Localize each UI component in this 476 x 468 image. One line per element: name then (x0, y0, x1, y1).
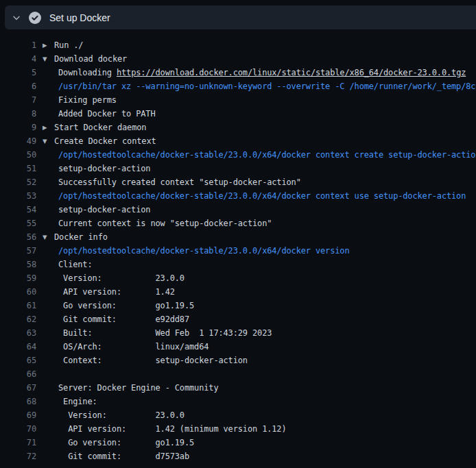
line-number[interactable]: 51 (0, 162, 36, 175)
log-gutter (36, 203, 58, 217)
log-text: Go version: go1.19.5 (58, 299, 194, 312)
triangle-right-icon[interactable]: ▶ (43, 38, 47, 52)
line-number[interactable]: 49 (0, 134, 36, 148)
line-number[interactable]: 8 (0, 107, 36, 121)
chevron-down-icon[interactable] (12, 13, 21, 23)
log-row: 66 (0, 367, 476, 381)
line-number[interactable]: 70 (0, 422, 36, 436)
line-number[interactable]: 53 (0, 189, 36, 203)
actions-log-panel: Set up Docker 1 ▶ Run ./ 4 ▼ Download do… (0, 0, 476, 468)
log-text: API version: 1.42 (minimum version 1.12) (58, 422, 287, 436)
line-number[interactable]: 6 (0, 79, 36, 93)
log-text: /opt/hostedtoolcache/docker-stable/23.0.… (58, 189, 466, 203)
log-text: Client: (58, 258, 93, 271)
line-number[interactable]: 68 (0, 395, 36, 408)
log-text: setup-docker-action (58, 203, 150, 217)
line-number[interactable]: 50 (0, 148, 36, 162)
log-gutter (36, 354, 58, 367)
line-number[interactable]: 9 (0, 121, 36, 134)
log-text: Built: Wed Feb 1 17:43:29 2023 (58, 326, 272, 340)
log-gutter (36, 162, 58, 175)
line-number[interactable]: 66 (0, 367, 36, 381)
log-gutter (36, 244, 58, 258)
log-gutter (36, 367, 58, 381)
log-url-link[interactable]: https://download.docker.com/linux/static… (117, 68, 466, 77)
log-row: 6 /usr/bin/tar xz --warning=no-unknown-k… (0, 79, 476, 93)
line-number[interactable]: 55 (0, 217, 36, 230)
log-gutter (36, 422, 58, 436)
log-text-prefix: Downloading (58, 68, 117, 77)
log-gutter: ▼ (36, 134, 58, 148)
log-row: 72 Git commit: d7573ab (0, 449, 476, 463)
log-text: Run ./ (54, 38, 83, 52)
log-row: 58 Client: (0, 258, 476, 271)
line-number[interactable]: 1 (0, 38, 36, 52)
log-gutter (36, 326, 58, 340)
triangle-down-icon[interactable]: ▼ (43, 230, 47, 244)
log-row: 50 /opt/hostedtoolcache/docker-stable/23… (0, 148, 476, 162)
log-group-row[interactable]: 1 ▶ Run ./ (0, 38, 476, 52)
log-gutter (36, 93, 58, 107)
log-row: 70 API version: 1.42 (minimum version 1.… (0, 422, 476, 436)
log-text: Successfully created context "setup-dock… (58, 175, 301, 189)
line-number[interactable]: 57 (0, 244, 36, 258)
line-number[interactable]: 62 (0, 312, 36, 326)
line-number[interactable]: 54 (0, 203, 36, 217)
log-gutter (36, 395, 58, 408)
log-text: Git commit: d7573ab (58, 449, 189, 463)
log-text: setup-docker-action (58, 162, 150, 175)
log-text: Added Docker to PATH (58, 107, 156, 121)
log-text: Download docker (54, 52, 127, 66)
triangle-right-icon[interactable]: ▶ (43, 121, 47, 134)
line-number[interactable]: 7 (0, 93, 36, 107)
line-number[interactable]: 64 (0, 340, 36, 354)
log-lines: 1 ▶ Run ./ 4 ▼ Download docker 5 Downloa… (0, 38, 476, 463)
log-text: Go version: go1.19.5 (58, 436, 194, 449)
line-number[interactable]: 69 (0, 408, 36, 422)
line-number[interactable]: 56 (0, 230, 36, 244)
log-gutter: ▼ (36, 230, 58, 244)
log-group-row[interactable]: 56 ▼ Docker info (0, 230, 476, 244)
log-text: Fixing perms (58, 93, 117, 107)
line-number[interactable]: 5 (0, 66, 36, 79)
log-text: Engine: (58, 395, 97, 408)
log-gutter (36, 258, 58, 271)
log-group-row[interactable]: 4 ▼ Download docker (0, 52, 476, 66)
line-number[interactable]: 59 (0, 271, 36, 285)
triangle-down-icon[interactable]: ▼ (43, 52, 47, 66)
log-gutter (36, 148, 58, 162)
log-row: 64 OS/Arch: linux/amd64 (0, 340, 476, 354)
line-number[interactable]: 63 (0, 326, 36, 340)
log-row: 53 /opt/hostedtoolcache/docker-stable/23… (0, 189, 476, 203)
line-number[interactable]: 61 (0, 299, 36, 312)
log-group-row[interactable]: 49 ▼ Create Docker context (0, 134, 476, 148)
log-text: Server: Docker Engine - Community (58, 381, 218, 395)
line-number[interactable]: 72 (0, 449, 36, 463)
line-number[interactable]: 4 (0, 52, 36, 66)
log-gutter: ▶ (36, 121, 58, 134)
line-number[interactable]: 67 (0, 381, 36, 395)
line-number[interactable]: 71 (0, 436, 36, 449)
step-header[interactable]: Set up Docker (5, 5, 476, 29)
log-row: 7 Fixing perms (0, 93, 476, 107)
log-gutter (36, 340, 58, 354)
triangle-down-icon[interactable]: ▼ (43, 134, 47, 148)
log-text: Start Docker daemon (54, 121, 146, 134)
log-row: 55 Current context is now "setup-docker-… (0, 217, 476, 230)
line-number[interactable]: 58 (0, 258, 36, 271)
log-gutter: ▶ (36, 38, 58, 52)
log-row: 65 Context: setup-docker-action (0, 354, 476, 367)
log-row: 68 Engine: (0, 395, 476, 408)
log-gutter (36, 381, 58, 395)
log-group-row[interactable]: 9 ▶ Start Docker daemon (0, 121, 476, 134)
log-gutter (36, 217, 58, 230)
log-gutter (36, 189, 58, 203)
log-row: 62 Git commit: e92dd87 (0, 312, 476, 326)
log-text: Context: setup-docker-action (58, 354, 248, 367)
log-row: 69 Version: 23.0.0 (0, 408, 476, 422)
line-number[interactable]: 60 (0, 285, 36, 299)
log-gutter (36, 66, 58, 79)
line-number[interactable]: 52 (0, 175, 36, 189)
log-row: 59 Version: 23.0.0 (0, 271, 476, 285)
line-number[interactable]: 65 (0, 354, 36, 367)
